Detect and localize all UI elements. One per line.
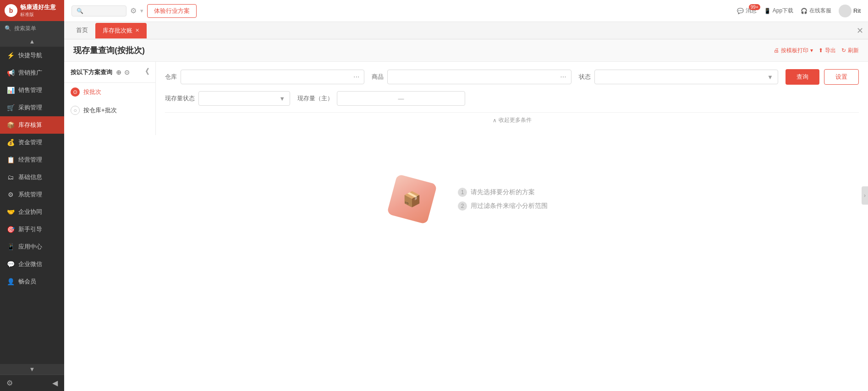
filter-row-2: 现存量状态 ▼ 现存量（主） —: [165, 91, 859, 106]
page-header: 现存量查询(按批次) 🖨 按模板打印 ▾ ⬆ 导出 ↻ 刷新: [64, 39, 868, 62]
page-header-actions: 🖨 按模板打印 ▾ ⬆ 导出 ↻ 刷新: [774, 47, 859, 54]
member-icon: 👤: [6, 277, 15, 286]
sidebar-item-member[interactable]: 👤 畅会员: [0, 273, 64, 290]
user-menu[interactable]: Rit: [839, 5, 861, 17]
inventory-quantity-filter: 现存量（主） —: [297, 91, 465, 106]
sidebar-item-inventory[interactable]: 📦 库存核算: [0, 116, 64, 134]
main-area: 🔍 ⚙ ▾ 体验行业方案 💬 消息 99+ 📱 App下载 🎧 在线客服: [64, 0, 868, 391]
newbie-icon: 🎯: [6, 225, 15, 234]
topbar-left: 🔍 ⚙ ▾ 体验行业方案: [71, 4, 732, 18]
empty-illustration: 📦: [385, 172, 439, 227]
service-icon: 🎧: [801, 8, 808, 14]
quick-nav-icon: ⚡: [6, 51, 15, 60]
plan-item-by-warehouse-batch[interactable]: ○ 按仓库+批次: [64, 101, 155, 119]
inventory-status-select[interactable]: ▼: [198, 91, 290, 106]
sidebar-item-marketing[interactable]: 📢 营销推广: [0, 64, 64, 81]
tabbar: 首页 库存批次账 ✕ ✕: [64, 22, 868, 39]
system-icon: ⚙: [6, 190, 15, 199]
sidebar-item-sales[interactable]: 📊 销售管理: [0, 81, 64, 99]
sidebar-item-purchase[interactable]: 🛒 采购管理: [0, 99, 64, 116]
sales-icon: 📊: [6, 86, 15, 94]
sidebar-item-basic[interactable]: 🗂 基础信息: [0, 168, 64, 186]
refresh-button[interactable]: ↻ 刷新: [841, 47, 859, 54]
marketing-icon: 📢: [6, 69, 15, 77]
empty-tips: 1 请先选择要分析的方案 2 用过滤条件来缩小分析范围: [458, 188, 548, 211]
print-dropdown-icon: ▾: [810, 47, 813, 54]
warehouse-input[interactable]: ···: [181, 70, 364, 84]
sidebar: b 畅康通好生意 标准版 🔍 搜索菜单 ▲ ⚡ 快捷导航 📢 营销推广 📊 销售…: [0, 0, 64, 391]
inventory-icon: 📦: [6, 121, 15, 129]
sidebar-nav: ⚡ 快捷导航 📢 营销推广 📊 销售管理 🛒 采购管理 📦 库存核算 💰 资金管…: [0, 47, 64, 364]
page-content: 现存量查询(按批次) 🖨 按模板打印 ▾ ⬆ 导出 ↻ 刷新: [64, 39, 868, 391]
search-icon: 🔍: [5, 25, 11, 32]
finance-icon: 💰: [6, 138, 15, 147]
tab-close-icon[interactable]: ✕: [135, 27, 139, 33]
warehouse-filter: 仓库 ···: [165, 70, 364, 84]
trial-button[interactable]: 体验行业方案: [147, 4, 197, 18]
sidebar-search[interactable]: 🔍 搜索菜单: [0, 21, 64, 36]
product-label: 商品: [372, 73, 384, 81]
sidebar-item-system[interactable]: ⚙ 系统管理: [0, 186, 64, 203]
inventory-quantity-from[interactable]: —: [337, 91, 465, 106]
export-icon: ⬆: [819, 47, 823, 54]
topbar-right: 💬 消息 99+ 📱 App下载 🎧 在线客服 Rit: [737, 5, 861, 17]
plan-panel: 按以下方案查询 ⊕ ⊙ 《 ⊙ 按批次 ○ 按仓库+批次: [64, 62, 156, 135]
sidebar-item-collab[interactable]: 🤝 企业协同: [0, 203, 64, 221]
template-print-button[interactable]: 🖨 按模板打印 ▾: [774, 47, 813, 54]
app-download-button[interactable]: 📱 App下载: [764, 7, 793, 15]
plan-collapse-icon[interactable]: 《: [142, 67, 149, 77]
operation-icon: 📋: [6, 156, 15, 164]
print-icon: 🖨: [774, 47, 779, 54]
basic-icon: 🗂: [6, 173, 15, 181]
filter-right: 仓库 ··· 商品 ··· 状态: [156, 62, 868, 135]
plan-header-label: 按以下方案查询: [71, 68, 112, 76]
inventory-status-label: 现存量状态: [165, 94, 195, 103]
tab-home[interactable]: 首页: [69, 22, 95, 39]
topbar: 🔍 ⚙ ▾ 体验行业方案 💬 消息 99+ 📱 App下载 🎧 在线客服: [64, 0, 868, 22]
service-button[interactable]: 🎧 在线客服: [801, 7, 831, 15]
status-filter: 状态 ▼: [579, 70, 778, 84]
sidebar-item-quick-nav[interactable]: ⚡ 快捷导航: [0, 47, 64, 64]
filter-section: 按以下方案查询 ⊕ ⊙ 《 ⊙ 按批次 ○ 按仓库+批次: [64, 62, 868, 135]
plan-item-by-batch[interactable]: ⊙ 按批次: [64, 83, 155, 101]
status-label: 状态: [579, 73, 591, 81]
plan-item-icon-wh-batch: ○: [71, 106, 80, 115]
range-dash: —: [398, 95, 404, 102]
sidebar-item-wechat[interactable]: 💬 企业微信: [0, 255, 64, 273]
app-title: 畅康通好生意 标准版: [20, 4, 56, 17]
collapse-icon[interactable]: ◀: [52, 379, 58, 387]
right-panel-collapse[interactable]: ›: [862, 186, 868, 205]
plan-item-icon-batch: ⊙: [71, 87, 80, 97]
panel-close-icon[interactable]: ✕: [857, 26, 863, 36]
product-input[interactable]: ···: [387, 70, 571, 84]
wechat-icon: 💬: [6, 260, 15, 268]
filter-collapse-btn[interactable]: ∧ 收起更多条件: [165, 112, 859, 128]
settings-icon[interactable]: ⚙: [6, 379, 13, 387]
plan-add-icon[interactable]: ⊕: [116, 69, 121, 76]
empty-tip-1: 1 请先选择要分析的方案: [458, 188, 548, 197]
tab-inventory-batch[interactable]: 库存批次账 ✕: [95, 23, 147, 38]
sidebar-scroll-down[interactable]: ▼: [0, 364, 64, 375]
sidebar-scroll-up[interactable]: ▲: [0, 36, 64, 47]
query-button[interactable]: 查询: [786, 69, 819, 85]
warehouse-dots-icon[interactable]: ···: [353, 73, 359, 81]
sidebar-item-newbie[interactable]: 🎯 新手引导: [0, 221, 64, 238]
collapse-up-icon: ∧: [493, 117, 497, 124]
message-button[interactable]: 💬 消息 99+: [737, 7, 757, 15]
filter-row-1: 仓库 ··· 商品 ··· 状态: [165, 69, 859, 85]
settings-button[interactable]: 设置: [824, 69, 859, 85]
topbar-search-icon: 🔍: [77, 8, 83, 14]
sidebar-item-app-center[interactable]: 📱 应用中心: [0, 238, 64, 255]
plan-panel-header: 按以下方案查询 ⊕ ⊙ 《: [64, 62, 155, 83]
topbar-search[interactable]: 🔍: [71, 5, 126, 16]
plan-settings-icon[interactable]: ⊙: [124, 69, 130, 76]
sidebar-footer: ⚙ ◀: [0, 375, 64, 391]
sidebar-item-operation[interactable]: 📋 经营管理: [0, 151, 64, 168]
warehouse-label: 仓库: [165, 73, 177, 81]
inventory-quantity-label: 现存量（主）: [297, 94, 333, 103]
status-select[interactable]: ▼: [594, 70, 778, 84]
sidebar-item-finance[interactable]: 💰 资金管理: [0, 134, 64, 151]
export-button[interactable]: ⬆ 导出: [819, 47, 836, 54]
product-dots-icon[interactable]: ···: [560, 73, 566, 81]
topbar-settings-icon[interactable]: ⚙: [130, 6, 137, 15]
